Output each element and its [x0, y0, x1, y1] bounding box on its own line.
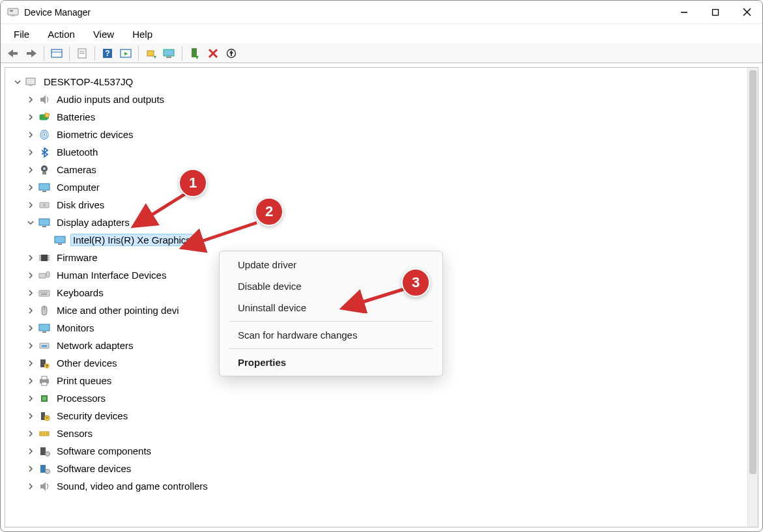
expand-icon[interactable] [26, 482, 35, 491]
expand-icon[interactable] [26, 113, 35, 122]
svg-point-88 [46, 451, 50, 456]
collapse-icon[interactable] [13, 77, 22, 87]
tree-node-biometric[interactable]: Biometric devices [10, 126, 758, 143]
scan-hardware-button[interactable] [223, 46, 240, 61]
help-button[interactable]: ? [99, 46, 116, 61]
close-button[interactable] [731, 1, 762, 23]
hid-icon [38, 269, 51, 282]
tree-node-cameras[interactable]: Cameras [10, 161, 758, 178]
minimize-button[interactable] [669, 1, 700, 23]
uninstall-device-button[interactable] [205, 46, 222, 61]
svg-rect-32 [29, 85, 33, 86]
svg-text:?: ? [46, 364, 48, 369]
tree-node-display[interactable]: Display adapters [10, 214, 758, 231]
expand-icon[interactable] [26, 201, 35, 210]
nav-back-button[interactable] [5, 46, 22, 61]
expand-icon[interactable] [26, 359, 35, 368]
context-properties[interactable]: Properties [220, 352, 442, 373]
expand-icon[interactable] [26, 165, 35, 175]
tree-node-swdev[interactable]: Software devices [10, 460, 758, 477]
unknown-device-icon: ? [38, 357, 51, 370]
svg-rect-24 [192, 48, 197, 57]
monitor-icon [38, 322, 51, 335]
toolbar: ? [1, 44, 762, 63]
tree-node-audio[interactable]: Audio inputs and outputs [10, 91, 758, 108]
svg-rect-2 [11, 15, 15, 16]
tree-node-display-child[interactable]: Intel(R) Iris(R) Xe Graphics [10, 231, 758, 249]
tree-node-swcomp[interactable]: Software components [10, 442, 758, 460]
menu-file[interactable]: File [5, 26, 38, 42]
expand-icon[interactable] [26, 464, 35, 473]
expand-icon[interactable] [26, 148, 35, 157]
tree-node-label: Firmware [55, 252, 100, 263]
expand-icon[interactable] [26, 306, 35, 315]
tree-node-label: Cameras [55, 164, 98, 175]
tree-node-label: Batteries [55, 111, 97, 122]
expand-icon[interactable] [26, 376, 35, 385]
svg-line-93 [136, 194, 185, 225]
enable-device-button[interactable] [186, 46, 203, 61]
expand-icon[interactable] [26, 288, 35, 298]
expand-icon[interactable] [26, 341, 35, 350]
tree-node-label: Software components [55, 445, 153, 456]
tree-node-label: Human Interface Devices [55, 270, 168, 281]
svg-rect-60 [39, 290, 50, 296]
speaker-icon [38, 93, 51, 106]
expand-icon[interactable] [26, 253, 35, 262]
svg-rect-10 [27, 52, 32, 55]
tree-node-processors[interactable]: Processors [10, 389, 758, 407]
tree-node-sensors[interactable]: Sensors [10, 425, 758, 442]
scrollbar-thumb[interactable] [749, 70, 756, 474]
scrollbar-vertical[interactable] [747, 68, 758, 527]
tree-node-bluetooth[interactable]: Bluetooth [10, 143, 758, 161]
cpu-icon [38, 392, 51, 405]
expand-icon[interactable] [26, 429, 35, 438]
fingerprint-icon [38, 128, 51, 141]
tree-root[interactable]: DESKTOP-4L537JQ [10, 73, 758, 91]
svg-text:?: ? [105, 49, 109, 58]
scan-monitor-button[interactable] [161, 46, 178, 61]
svg-rect-71 [42, 345, 47, 347]
tree-node-sound[interactable]: Sound, video and game controllers [10, 477, 758, 495]
collapse-icon[interactable] [26, 218, 35, 227]
show-hidden-button[interactable] [48, 46, 65, 61]
tree-node-label: Sound, video and game controllers [55, 481, 210, 492]
expand-icon[interactable] [26, 447, 35, 456]
tree-node-security[interactable]: Security devices [10, 407, 758, 425]
svg-point-90 [46, 469, 50, 473]
action-panel-button[interactable] [117, 46, 134, 61]
menu-help[interactable]: Help [123, 26, 162, 42]
display-adapter-icon [53, 234, 66, 247]
expand-icon[interactable] [26, 324, 35, 333]
svg-rect-59 [46, 272, 50, 277]
svg-rect-76 [42, 376, 47, 380]
nav-forward-button[interactable] [23, 46, 40, 61]
annotation-bubble-2: 2 [255, 197, 283, 226]
tree-node-label: Security devices [55, 410, 130, 421]
menu-view[interactable]: View [84, 26, 123, 42]
keyboard-icon [38, 287, 51, 300]
properties-button[interactable] [74, 46, 91, 61]
window-controls [669, 1, 762, 23]
expand-icon[interactable] [26, 394, 35, 403]
context-scan-hardware[interactable]: Scan for hardware changes [220, 324, 442, 346]
expand-icon[interactable] [26, 130, 35, 139]
expand-icon[interactable] [26, 412, 35, 421]
svg-marker-33 [40, 95, 46, 104]
update-driver-button[interactable] [143, 46, 160, 61]
expand-icon[interactable] [26, 183, 35, 192]
maximize-button[interactable] [700, 1, 731, 23]
toolbar-separator [69, 46, 70, 61]
titlebar: Device Manager [1, 1, 762, 24]
tree-node-batteries[interactable]: Batteries [10, 108, 758, 126]
tree-node-disk[interactable]: Disk drives [10, 196, 758, 214]
expand-icon[interactable] [26, 95, 35, 104]
svg-rect-20 [147, 51, 154, 56]
camera-icon [38, 163, 51, 176]
svg-line-95 [185, 223, 257, 247]
menu-action[interactable]: Action [38, 26, 84, 42]
computer-icon [25, 76, 38, 89]
expand-icon[interactable] [26, 271, 35, 280]
tree-node-computer[interactable]: Computer [10, 178, 758, 196]
battery-icon [38, 111, 51, 124]
